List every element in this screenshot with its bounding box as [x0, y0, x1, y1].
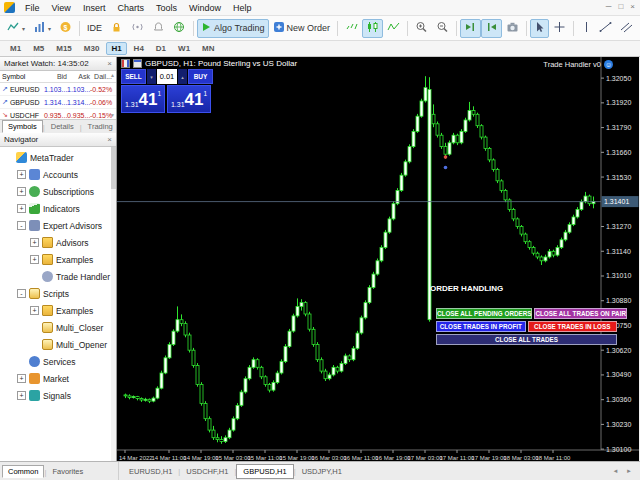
tree-item-signals[interactable]: +Signals [0, 387, 116, 404]
chart-tab-eurusd-h1[interactable]: EURUSD,H1 [123, 465, 178, 478]
timeframe-m30[interactable]: M30 [79, 42, 105, 55]
tree-item-indicators[interactable]: +Indicators [0, 200, 116, 217]
timeframe-w1[interactable]: W1 [173, 42, 195, 55]
sell-button[interactable]: SELL [121, 69, 146, 84]
close-all-trades-button[interactable]: CLOSE ALL TRADES [436, 334, 617, 345]
toolbar-community-button[interactable] [169, 19, 190, 38]
menu-tools[interactable]: Tools [150, 2, 183, 14]
tree-item-metatrader[interactable]: MetaTrader [0, 149, 116, 166]
menu-file[interactable]: File [19, 2, 46, 14]
toolbar-lock-button[interactable] [106, 19, 127, 38]
menu-help[interactable]: Help [227, 2, 258, 14]
column-header[interactable]: Symbol [0, 73, 44, 80]
market-watch-tab-details[interactable]: Details [45, 120, 80, 133]
timeframe-d1[interactable]: D1 [151, 42, 171, 55]
toolbar-signal-button[interactable] [127, 19, 148, 38]
tree-item-market[interactable]: +Market [0, 370, 116, 387]
toolbar-shift-end-button[interactable] [460, 19, 481, 38]
tree-item-accounts[interactable]: +Accounts [0, 166, 116, 183]
scroll-up-icon[interactable]: ▲ [110, 72, 115, 78]
sell-price-panel[interactable]: 1.31411 [121, 85, 165, 113]
tree-item-subscriptions[interactable]: +Subscriptions [0, 183, 116, 200]
market-watch-row-gbpusd[interactable]: ↗GBPUSD1.314...1.314...-0.06% [0, 96, 116, 109]
expand-icon[interactable]: + [17, 374, 26, 383]
toolbar-zoom-in-button[interactable] [411, 19, 432, 38]
toolbar-cursor-button[interactable] [530, 19, 549, 38]
tree-item-trade-handler-v0[interactable]: Trade Handler v0 [0, 268, 116, 285]
timeframe-m5[interactable]: M5 [28, 42, 49, 55]
timeframe-h1[interactable]: H1 [106, 42, 126, 55]
column-header[interactable]: Ask [67, 73, 90, 80]
market-watch-close-icon[interactable]: × [107, 59, 112, 68]
toolbar-ide-button[interactable]: IDE [83, 19, 106, 38]
candlestick-chart[interactable]: 1.320501.319201.317901.316601.315301.312… [117, 57, 639, 461]
toolbar-line-chart-button[interactable] [383, 19, 404, 38]
chart-tab-usdchf-h1[interactable]: USDCHF,H1 [180, 465, 234, 478]
navigator-tab-common[interactable]: Common [2, 465, 44, 478]
expand-icon[interactable]: + [17, 170, 26, 179]
tree-item-multi-opener[interactable]: Multi_Opener [0, 336, 116, 353]
toolbar-screenshot-button[interactable] [502, 19, 523, 38]
expand-icon[interactable]: + [17, 204, 26, 213]
collapse-icon[interactable]: - [17, 289, 26, 298]
collapse-icon[interactable]: - [17, 221, 26, 230]
tree-item-examples[interactable]: +Examples [0, 251, 116, 268]
menu-insert[interactable]: Insert [77, 2, 112, 14]
toolbar-profiles-button[interactable]: ▾ [29, 19, 55, 38]
tree-item-scripts[interactable]: -Scripts [0, 285, 116, 302]
tab-scroll-right-icon[interactable]: ► [626, 468, 635, 474]
chart-tab-usdjpy-h1[interactable]: USDJPY,H1 [296, 465, 348, 478]
chart-tab-gbpusd-h1[interactable]: GBPUSD,H1 [236, 464, 293, 479]
close-trades-in-loss-button[interactable]: CLOSE TRADES IN LOSS [528, 321, 618, 332]
timeframe-m1[interactable]: M1 [5, 42, 26, 55]
timeframe-mn[interactable]: MN [197, 42, 219, 55]
menu-charts[interactable]: Charts [111, 2, 150, 14]
expand-icon[interactable]: + [30, 255, 39, 264]
toolbar-trendline-button[interactable] [595, 19, 616, 38]
tab-scroll-left-icon[interactable]: ◄ [612, 468, 621, 474]
toolbar-alerts-button[interactable] [148, 19, 169, 38]
toolbar-tick-chart-button[interactable] [341, 19, 362, 38]
scroll-down-icon[interactable]: ▼ [110, 112, 115, 118]
toolbar-crosshair-button[interactable] [549, 19, 570, 38]
toolbar-vertical-line-button[interactable] [577, 19, 595, 38]
menu-view[interactable]: View [46, 2, 77, 14]
navigator-close-icon[interactable]: × [107, 135, 112, 144]
close-trades-in-profit-button[interactable]: CLOSE TRADES IN PROFIT [436, 321, 526, 332]
close-button[interactable]: × [630, 2, 635, 11]
expand-icon[interactable]: + [17, 187, 26, 196]
column-header[interactable]: Bid [44, 73, 67, 80]
toolbar-algo-trading-button[interactable]: Algo Trading [197, 19, 269, 38]
close-all-pending-orders-button[interactable]: CLOSE ALL PENDING ORDERS [436, 308, 532, 319]
timeframe-m15[interactable]: M15 [51, 42, 77, 55]
navigator-scrollbar[interactable] [111, 147, 116, 461]
menu-window[interactable]: Window [183, 2, 227, 14]
buy-price-panel[interactable]: 1.31411 [167, 85, 211, 113]
toolbar-auto-scroll-button[interactable] [481, 19, 502, 38]
timeframe-h4[interactable]: H4 [129, 42, 149, 55]
navigator-tab-favorites[interactable]: Favorites [46, 465, 89, 478]
tree-item-advisors[interactable]: +Advisors [0, 234, 116, 251]
tree-item-services[interactable]: Services [0, 353, 116, 370]
volume-input[interactable]: 0.01 [157, 69, 177, 84]
tree-item-multi-closer[interactable]: Multi_Closer [0, 319, 116, 336]
market-watch-tab-symbols[interactable]: Symbols [2, 120, 43, 133]
market-watch-row-usdchf[interactable]: ↘USDCHF0.935...0.935...-0.15% [0, 109, 116, 119]
market-watch-tab-trading[interactable]: Trading [82, 120, 119, 133]
toolbar-symbols-button[interactable]: $ [55, 19, 76, 38]
buy-button[interactable]: BUY [188, 69, 213, 84]
expand-icon[interactable]: + [30, 306, 39, 315]
toolbar-zoom-out-button[interactable] [432, 19, 453, 38]
toolbar-candle-chart-button[interactable] [362, 19, 383, 38]
restore-button[interactable]: □ [618, 2, 623, 11]
close-all-trades-on-pair-button[interactable]: CLOSE ALL TRADES ON PAIR [534, 308, 627, 319]
tree-item-examples[interactable]: +Examples [0, 302, 116, 319]
tree-item-expert-advisors[interactable]: -Expert Advisors [0, 217, 116, 234]
volume-step-up[interactable]: ▴ [178, 69, 187, 84]
expand-icon[interactable]: + [30, 238, 39, 247]
toolbar-chart-style-button[interactable]: ▾ [3, 19, 29, 38]
ea-smiley-icon[interactable]: ☺ [604, 60, 613, 69]
expand-icon[interactable]: + [17, 391, 26, 400]
volume-step-down[interactable]: ▾ [147, 69, 156, 84]
market-watch-row-eurusd[interactable]: ↗EURUSD1.103...1.103...-0.52% [0, 83, 116, 96]
